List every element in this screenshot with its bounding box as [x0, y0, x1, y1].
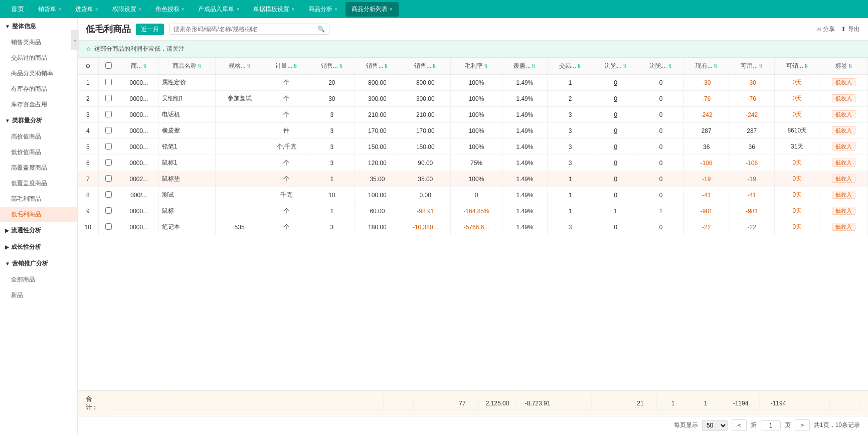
row-checkbox[interactable] [105, 159, 112, 166]
row-checkbox[interactable] [105, 175, 112, 182]
next-page-button[interactable]: ＞ [795, 419, 810, 431]
col-unit[interactable]: 计量...⇅ [264, 58, 309, 75]
export-button[interactable]: ⬆ 导出 [841, 25, 860, 34]
nav-purchase-order[interactable]: 进货单 × [69, 2, 104, 17]
cell-checkbox[interactable] [98, 75, 119, 91]
nav-template-settings[interactable]: 单据模板设置 × [247, 2, 300, 17]
cell-browse1[interactable]: 0 [593, 107, 638, 123]
cell-browse2: 0 [638, 171, 684, 187]
table-row: 5 0000... 铅笔1 个,千克 3 150.00 150.00 100% … [78, 139, 868, 155]
close-icon[interactable]: × [182, 7, 185, 12]
sidebar-item-sales-goods[interactable]: 销售类商品 [0, 35, 77, 50]
sidebar-group-growth[interactable]: ▶ 成长性分析 [0, 239, 77, 255]
sidebar-group-cluster[interactable]: ▼ 类群量分析 [0, 112, 77, 129]
sidebar-item-stock-capital[interactable]: 库存资金占用 [0, 97, 77, 112]
col-spec[interactable]: 规格...⇅ [215, 58, 264, 75]
sidebar-group-overall[interactable]: ▼ 整体信息 [0, 18, 77, 35]
cell-checkbox[interactable] [98, 91, 119, 107]
col-sale-price[interactable]: 销售...⇅ [355, 58, 400, 75]
select-all-checkbox[interactable] [105, 62, 112, 69]
alert-bar: ☆ 这部分商品的利润非常低，请关注 [78, 41, 868, 58]
nav-product-analysis[interactable]: 商品分析 × [302, 2, 343, 17]
cell-browse1[interactable]: 0 [593, 171, 638, 187]
col-margin-rate[interactable]: 毛利率⇅ [451, 58, 502, 75]
close-icon[interactable]: × [334, 7, 337, 12]
cell-browse1[interactable]: 1 [593, 203, 638, 219]
row-checkbox[interactable] [105, 95, 112, 101]
row-checkbox[interactable] [105, 111, 112, 117]
col-browse2[interactable]: 浏览...⇅ [638, 58, 684, 75]
search-input[interactable] [173, 26, 317, 33]
col-sale-qty[interactable]: 销售...⇅ [309, 58, 355, 75]
sidebar-item-category-sales-rate[interactable]: 商品分类助销率 [0, 66, 77, 81]
cell-browse1[interactable]: 0 [593, 187, 638, 203]
page-size-select[interactable]: 50 20 100 [702, 420, 728, 431]
nav-permissions[interactable]: 权限设置 × [106, 2, 147, 17]
row-checkbox[interactable] [105, 143, 112, 150]
col-saleable[interactable]: 可销...⇅ [775, 58, 820, 75]
sidebar-item-low-margin[interactable]: 低毛利商品 [0, 207, 77, 222]
col-coverage[interactable]: 覆盖...⇅ [502, 58, 548, 75]
sidebar-group-marketing[interactable]: ▼ 营销推广分析 [0, 255, 77, 272]
share-button[interactable]: ⎋ 分享 [817, 25, 835, 34]
cell-browse1[interactable]: 0 [593, 219, 638, 235]
sidebar-item-new-goods[interactable]: 新品 [0, 287, 77, 303]
cell-browse1[interactable]: 0 [593, 75, 638, 91]
col-sale-amount[interactable]: 销售...⇅ [400, 58, 451, 75]
col-current-stock[interactable]: 现有...⇅ [683, 58, 729, 75]
cell-browse1[interactable]: 0 [593, 155, 638, 171]
cell-sale-price: 300.00 [355, 91, 400, 107]
cell-browse1[interactable]: 0 [593, 139, 638, 155]
close-icon[interactable]: × [138, 7, 141, 12]
close-icon[interactable]: × [291, 7, 294, 12]
cell-checkbox[interactable] [98, 107, 119, 123]
row-checkbox[interactable] [105, 127, 112, 133]
sidebar-item-low-coverage[interactable]: 低覆盖度商品 [0, 176, 77, 191]
close-icon[interactable]: × [95, 7, 98, 12]
col-code[interactable]: 商...⇅ [119, 58, 158, 75]
close-icon[interactable]: × [236, 7, 239, 12]
sidebar-group-circulation[interactable]: ▶ 流通性分析 [0, 222, 77, 239]
sidebar-collapse-button[interactable]: « [71, 30, 79, 50]
sidebar-item-traded-goods[interactable]: 交易过的商品 [0, 50, 77, 66]
col-settings[interactable]: ⚙ [78, 58, 98, 75]
row-checkbox[interactable] [105, 223, 112, 230]
sidebar-item-low-value[interactable]: 低价值商品 [0, 144, 77, 160]
row-checkbox[interactable] [105, 207, 112, 214]
sidebar-item-all-goods[interactable]: 全部商品 [0, 272, 77, 287]
close-icon[interactable]: × [390, 7, 393, 12]
nav-product-analysis-list[interactable]: 商品分析列表 × [345, 2, 399, 17]
nav-home[interactable]: 首页 [5, 2, 30, 17]
sidebar-item-stocked-goods[interactable]: 有库存的商品 [0, 81, 77, 97]
search-icon[interactable]: 🔍 [317, 26, 325, 33]
cell-checkbox[interactable] [98, 187, 119, 203]
cell-checkbox[interactable] [98, 123, 119, 139]
nav-role-auth[interactable]: 角色授权 × [149, 2, 191, 17]
time-filter-button[interactable]: 近一月 [136, 24, 164, 35]
tag-badge: 低收入 [832, 191, 855, 199]
page-input[interactable] [761, 420, 781, 430]
prev-page-button[interactable]: ＜ [732, 419, 747, 431]
cell-checkbox[interactable] [98, 203, 119, 219]
col-name[interactable]: 商品名称⇅ [158, 58, 215, 75]
col-checkbox[interactable] [98, 58, 119, 75]
cell-checkbox[interactable] [98, 171, 119, 187]
sidebar-item-high-value[interactable]: 高价值商品 [0, 129, 77, 144]
nav-sales-order[interactable]: 销货单 × [32, 2, 67, 17]
col-tag[interactable]: 标签⇅ [820, 58, 867, 75]
row-checkbox[interactable] [105, 79, 112, 85]
cell-browse1[interactable]: 0 [593, 123, 638, 139]
cell-checkbox[interactable] [98, 139, 119, 155]
cell-checkbox[interactable] [98, 219, 119, 235]
col-available[interactable]: 可用...⇅ [729, 58, 775, 75]
cell-available: -106 [729, 155, 775, 171]
sidebar-item-high-margin[interactable]: 高毛利商品 [0, 191, 77, 207]
sidebar-item-high-coverage[interactable]: 高覆盖度商品 [0, 160, 77, 176]
cell-browse1[interactable]: 0 [593, 91, 638, 107]
row-checkbox[interactable] [105, 191, 112, 198]
nav-product-inbound[interactable]: 产成品入库单 × [192, 2, 245, 17]
cell-checkbox[interactable] [98, 155, 119, 171]
col-browse1[interactable]: 浏览...⇅ [593, 58, 638, 75]
col-trade-count[interactable]: 交易...⇅ [548, 58, 593, 75]
close-icon[interactable]: × [58, 7, 61, 12]
